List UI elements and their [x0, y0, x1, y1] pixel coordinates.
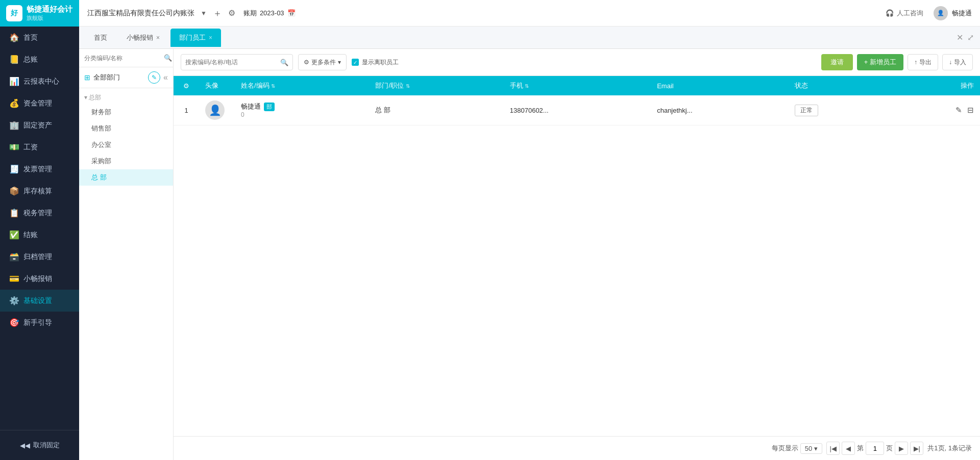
sidebar-item-xiaochang[interactable]: 💳 小畅报销 — [0, 268, 79, 290]
col-phone[interactable]: 手机 ⇅ — [504, 76, 651, 95]
sidebar-item-label: 首页 — [23, 33, 38, 42]
cell-name: 畅捷通 部 0 — [235, 95, 369, 125]
sidebar-nav: 🏠 首页 📒 总账 📊 云报表中心 💰 资金管理 🏢 固定资产 💵 工资 🧾 发… — [0, 27, 79, 430]
dept-badge: 部 — [264, 103, 275, 111]
add-employee-button[interactable]: + 新增员工 — [857, 54, 903, 70]
logout-button[interactable]: ⊟ — [967, 106, 974, 115]
sidebar-item-guide[interactable]: 🎯 新手引导 — [0, 312, 79, 334]
next-page-button[interactable]: ▶ — [895, 442, 908, 455]
sidebar-item-invoice[interactable]: 🧾 发票管理 — [0, 158, 79, 180]
cell-status: 正常 — [789, 95, 892, 125]
employee-table-area: ⚙ 头像 姓名/编码 ⇅ 部门/职位 ⇅ — [174, 76, 980, 436]
ledger-icon: 📒 — [9, 55, 18, 64]
search-icon[interactable]: 🔍 — [280, 59, 288, 66]
dept-search-input[interactable] — [84, 55, 161, 62]
page-label: 第 — [857, 444, 864, 453]
employee-code: 0 — [241, 111, 363, 118]
left-panel: 🔍 ⊞ 全部部门 ✎ « ▾ 总部 财务部 销售部 办公室 采购部 总 部 — [79, 49, 174, 460]
prev-page-button[interactable]: ◀ — [842, 442, 855, 455]
all-dept-label: 全部部门 — [93, 73, 120, 82]
archive-icon: 🗃️ — [9, 252, 18, 262]
avatar: 👤 — [934, 6, 948, 20]
sidebar-item-label: 总账 — [23, 55, 38, 64]
col-name[interactable]: 姓名/编码 ⇅ — [235, 76, 369, 95]
dept-edit-button[interactable]: ✎ — [148, 71, 160, 84]
close-tab-button[interactable]: ✕ — [957, 33, 963, 42]
company-dropdown-icon[interactable]: ▼ — [201, 10, 207, 17]
filter-button[interactable]: ⚙ 更多条件 ▾ — [298, 54, 347, 70]
col-name-sort-icon: ⇅ — [271, 83, 275, 89]
employee-name-row: 畅捷通 部 — [241, 102, 363, 111]
sidebar-item-basic[interactable]: ⚙️ 基础设置 — [0, 290, 79, 312]
tab-department[interactable]: 部门员工 × — [170, 29, 221, 47]
settings-button[interactable]: ⚙ — [228, 8, 235, 18]
col-dept[interactable]: 部门/职位 ⇅ — [369, 76, 503, 95]
calendar-icon[interactable]: 📅 — [287, 9, 296, 17]
page-input[interactable] — [866, 442, 884, 455]
cell-dept: 总 部 — [369, 95, 503, 125]
expand-tab-button[interactable]: ⤢ — [967, 33, 974, 42]
col-name-label: 姓名/编码 — [241, 82, 270, 89]
sidebar-item-home[interactable]: 🏠 首页 — [0, 27, 79, 48]
dept-item-office[interactable]: 办公室 — [79, 137, 173, 153]
invite-button[interactable]: 邀请 — [821, 54, 853, 70]
dept-item-sales[interactable]: 销售部 — [79, 120, 173, 137]
dept-item-finance[interactable]: 财务部 — [79, 104, 173, 120]
sidebar-item-tax[interactable]: 📋 税务管理 — [0, 202, 79, 224]
dept-root-label: ▾ 总部 — [79, 90, 173, 104]
service-button[interactable]: 🎧 人工咨询 — [886, 9, 923, 18]
all-dept-label-group: ⊞ 全部部门 — [84, 73, 120, 82]
tab-department-close[interactable]: × — [209, 34, 212, 41]
sidebar-item-cloud-report[interactable]: 📊 云报表中心 — [0, 70, 79, 92]
add-tab-button[interactable]: ＋ — [213, 7, 222, 19]
sidebar-item-fund[interactable]: 💰 资金管理 — [0, 92, 79, 114]
tab-home[interactable]: 首页 — [85, 29, 116, 47]
topbar: 江西服宝精品有限责任公司内账张 ▼ ＋ ⚙ 账期 2023-03 📅 🎧 人工咨… — [79, 0, 980, 27]
avatar-person-icon: 👤 — [209, 104, 222, 116]
sidebar-item-fixed-assets[interactable]: 🏢 固定资产 — [0, 114, 79, 136]
search-input[interactable] — [185, 59, 277, 66]
service-label: 人工咨询 — [897, 9, 923, 18]
dept-header-actions: ✎ « — [148, 71, 168, 84]
table-row: 1 👤 畅捷通 部 0 — [174, 95, 980, 125]
sidebar-item-ledger[interactable]: 📒 总账 — [0, 48, 79, 70]
tab-xiaochang[interactable]: 小畅报销 × — [118, 29, 168, 47]
all-dept-header: ⊞ 全部部门 ✎ « — [79, 67, 173, 88]
inventory-icon: 📦 — [9, 186, 18, 196]
edit-button[interactable]: ✎ — [955, 106, 962, 115]
per-page-value: 50 — [805, 445, 812, 452]
tab-xiaochang-close[interactable]: × — [156, 34, 160, 41]
page-unit: 页 — [886, 444, 893, 453]
content-area: 🔍 ⊞ 全部部门 ✎ « ▾ 总部 财务部 销售部 办公室 采购部 总 部 — [79, 49, 980, 460]
dept-item-purchase[interactable]: 采购部 — [79, 153, 173, 169]
dept-search-icon[interactable]: 🔍 — [164, 54, 172, 62]
employee-table: ⚙ 头像 姓名/编码 ⇅ 部门/职位 ⇅ — [174, 76, 980, 125]
sidebar-item-payroll[interactable]: 💵 工资 — [0, 136, 79, 158]
per-page-select[interactable]: 50 ▾ — [800, 443, 822, 454]
guide-icon: 🎯 — [9, 318, 18, 327]
period-value[interactable]: 2023-03 — [260, 9, 284, 17]
sidebar-item-archive[interactable]: 🗃️ 归档管理 — [0, 246, 79, 268]
last-page-button[interactable]: ▶| — [910, 442, 923, 455]
tab-department-label: 部门员工 — [179, 33, 206, 42]
sidebar-item-closing[interactable]: ✅ 结账 — [0, 224, 79, 246]
dept-collapse-button[interactable]: « — [163, 73, 168, 82]
cell-index: 1 — [174, 95, 199, 125]
show-resigned-checkbox[interactable]: ✓ — [352, 59, 359, 66]
first-page-button[interactable]: |◀ — [826, 442, 840, 455]
tabbar: 首页 小畅报销 × 部门员工 × ✕ ⤢ — [79, 27, 980, 49]
col-avatar: 头像 — [199, 76, 235, 95]
user-menu[interactable]: 👤 畅捷通 — [934, 6, 972, 20]
per-page-chevron-icon: ▾ — [814, 445, 818, 452]
sidebar-item-label: 结账 — [23, 231, 38, 240]
export-button[interactable]: ↑ 导出 — [908, 54, 938, 70]
dept-item-head[interactable]: 总 部 — [79, 169, 173, 186]
employee-toolbar: 🔍 ⚙ 更多条件 ▾ ✓ 显示离职员工 邀请 + 新增员工 ↑ 导出 — [174, 49, 980, 76]
import-button[interactable]: ↓ 导入 — [942, 54, 973, 70]
logo-icon: 好 — [6, 5, 22, 21]
col-settings-icon[interactable]: ⚙ — [183, 82, 189, 90]
import-label: 导入 — [954, 58, 966, 67]
show-resigned-toggle[interactable]: ✓ 显示离职员工 — [352, 58, 399, 67]
cancel-fixed-button[interactable]: ◀◀ 取消固定 — [0, 436, 79, 455]
sidebar-item-inventory[interactable]: 📦 库存核算 — [0, 180, 79, 202]
